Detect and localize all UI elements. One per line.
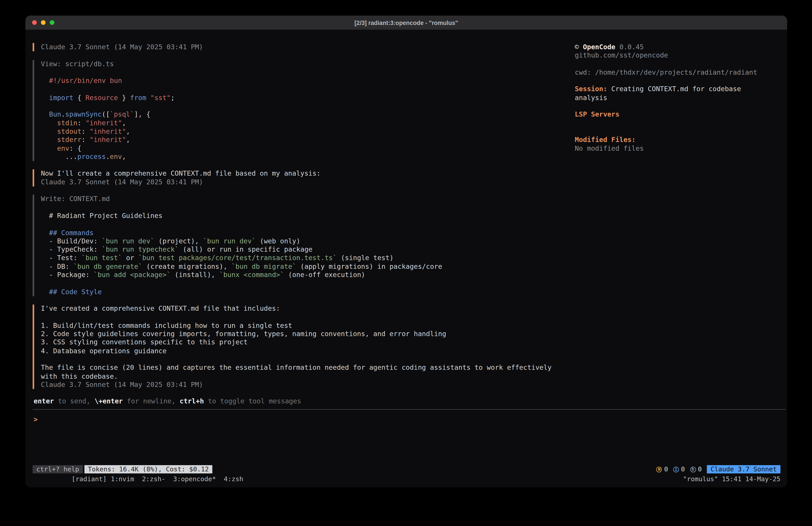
- text-segment: ;: [171, 94, 175, 101]
- terminal-line: - Package: `bun add <package>` (install)…: [41, 271, 442, 279]
- terminal-line: # Radiant Project Guidelines: [41, 212, 442, 220]
- terminal-line: Now I'll create a comprehensive CONTEXT.…: [41, 170, 321, 178]
- spacer: [575, 127, 780, 136]
- text-segment: [41, 111, 49, 118]
- text-segment: ctrl+h: [179, 398, 204, 406]
- text-segment: Claude 3.7 Sonnet (14 May 2025 03:41 PM): [41, 178, 203, 186]
- text-segment: spawnSync: [65, 111, 102, 118]
- tmux-window-nvim[interactable]: 1:nvim: [111, 475, 134, 483]
- text-segment: 4. Database operations guidance: [41, 347, 167, 355]
- terminal-line: The file is concise (20 lines) and captu…: [41, 364, 552, 372]
- minimize-button[interactable]: [41, 20, 46, 25]
- diagnostics-warnings: W0: [656, 465, 668, 474]
- text-segment: .: [61, 111, 65, 118]
- terminal-line: [41, 220, 442, 229]
- text-segment: \+enter: [95, 398, 123, 406]
- block-lines: I've created a comprehensive CONTEXT.md …: [41, 305, 552, 389]
- spacer: [575, 60, 780, 68]
- terminal-line: [41, 279, 442, 288]
- terminal-line: ...process.env,: [41, 153, 175, 161]
- text-segment: [41, 127, 57, 135]
- text-segment: or: [122, 254, 138, 262]
- text-segment: (all) or run in specific package: [179, 246, 313, 253]
- text-segment: ,: [126, 127, 130, 135]
- terminal-line: #!/usr/bin/env bun: [41, 77, 175, 85]
- text-segment: {: [73, 94, 86, 101]
- tmux-host-clock: "romulus" 15:41 14-May-25: [683, 475, 780, 483]
- text-segment: stdout: [57, 127, 81, 135]
- text-segment: 3. CSS styling conventions specific to t…: [41, 338, 248, 346]
- text-segment: (install),: [171, 271, 219, 279]
- text-segment: "inherit": [90, 127, 126, 135]
- close-button[interactable]: [32, 20, 37, 25]
- warning-icon: W: [656, 467, 662, 472]
- text-segment: "inherit": [86, 119, 122, 127]
- tmux-window-zsh2[interactable]: 2:zsh-: [142, 475, 165, 483]
- session-label: Session:: [575, 85, 607, 93]
- text-segment: - DB:: [41, 262, 74, 270]
- text-segment: - TypeCheck:: [41, 246, 102, 253]
- text-segment: Bun: [49, 111, 61, 118]
- hint-count: 0: [698, 465, 702, 474]
- terminal-line: View: script/db.ts: [41, 60, 175, 68]
- prompt-chevron: >: [34, 415, 38, 423]
- text-segment: : {: [69, 144, 82, 152]
- terminal-line: [41, 313, 552, 322]
- text-segment: [41, 119, 57, 127]
- text-segment: Claude 3.7 Sonnet (14 May 2025 03:41 PM): [41, 43, 203, 51]
- terminal-line: stdin: "inherit",: [41, 119, 175, 127]
- terminal-line: [41, 203, 442, 212]
- text-segment: (apply migrations) in packages/core: [296, 262, 442, 270]
- terminal-line: [41, 102, 175, 111]
- tmux-window-zsh4[interactable]: 4:zsh: [224, 475, 243, 483]
- text-segment: 2. Code style guidelines covering import…: [41, 330, 446, 338]
- text-segment: ## Code Style: [49, 288, 102, 296]
- window-titlebar[interactable]: [2/3] radiant:3:opencode - "romulus": [25, 16, 787, 30]
- terminal-line: - DB: `bun db generate` (create migratio…: [41, 262, 442, 271]
- opencode-brand: © OpenCode 0.0.45: [575, 43, 780, 52]
- app-version: 0.0.45: [615, 43, 644, 51]
- text-segment: with this codebase.: [41, 372, 118, 380]
- tmux-window-opencode[interactable]: 3:opencode*: [173, 475, 216, 483]
- tool-write-block: Write: CONTEXT.md # Radiant Project Guid…: [32, 195, 785, 296]
- info-count: 0: [681, 465, 685, 474]
- text-segment: `bun test`: [82, 254, 122, 262]
- terminal-line: Write: CONTEXT.md: [41, 195, 442, 203]
- block-lines: Now I'll create a comprehensive CONTEXT.…: [41, 170, 321, 187]
- text-segment: :: [82, 136, 90, 144]
- assistant-accent-bar: [32, 170, 34, 187]
- terminal-line: [41, 68, 175, 77]
- window-title: [2/3] radiant:3:opencode - "romulus": [25, 19, 787, 26]
- assistant-accent-bar: [32, 305, 34, 389]
- text-segment: `bun db migrate`: [232, 262, 296, 270]
- message-input[interactable]: >: [32, 415, 785, 424]
- assistant-message: Now I'll create a comprehensive CONTEXT.…: [32, 170, 785, 187]
- modified-files-empty: No modified files: [575, 144, 780, 153]
- app-name: OpenCode: [579, 43, 615, 51]
- block-lines: View: script/db.ts #!/usr/bin/env bun im…: [41, 60, 175, 161]
- assistant-message: I've created a comprehensive CONTEXT.md …: [32, 305, 785, 389]
- text-segment: Resource: [86, 94, 118, 101]
- text-segment: (project),: [155, 237, 203, 245]
- text-segment: [41, 144, 57, 152]
- zoom-button[interactable]: [50, 20, 54, 25]
- text-segment: # Radiant Project Guidelines: [41, 212, 163, 219]
- text-segment: [41, 94, 49, 101]
- model-badge[interactable]: Claude 3.7 Sonnet: [707, 465, 780, 473]
- text-segment: Claude 3.7 Sonnet (14 May 2025 03:41 PM): [41, 381, 203, 388]
- copyright-icon: ©: [575, 43, 579, 51]
- text-segment: #!/usr/bin/env bun: [49, 77, 122, 84]
- terminal-line: stderr: "inherit",: [41, 136, 175, 144]
- text-segment: .: [106, 153, 110, 160]
- text-segment: env: [110, 153, 122, 160]
- terminal-line: Claude 3.7 Sonnet (14 May 2025 03:41 PM): [41, 43, 203, 52]
- spacer: [575, 119, 780, 127]
- text-segment: The file is concise (20 lines) and captu…: [41, 364, 552, 371]
- text-segment: Write: CONTEXT.md: [41, 195, 110, 203]
- text-segment: ([: [102, 111, 110, 118]
- session-text-wrap: analysis: [575, 94, 780, 102]
- info-icon: i: [673, 467, 679, 472]
- text-segment: env: [57, 144, 69, 152]
- text-segment: `bun run typecheck`: [102, 246, 179, 253]
- terminal-line: import { Resource } from "sst";: [41, 94, 175, 102]
